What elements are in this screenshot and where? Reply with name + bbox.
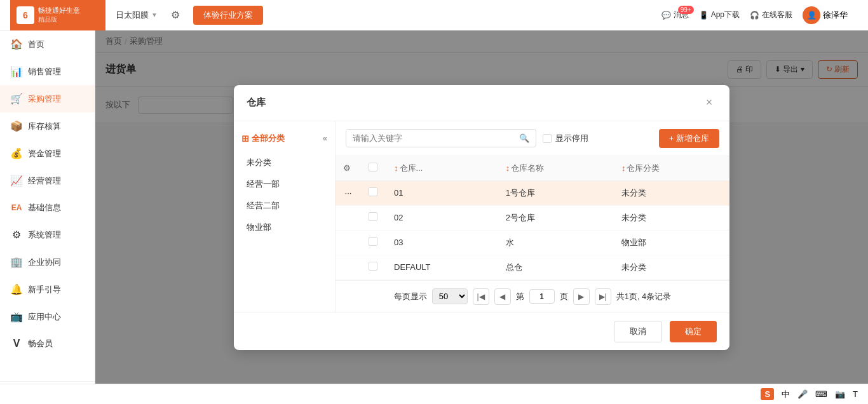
dept1-label: 经营一部 [247,179,280,189]
modal-overlay: 仓库 × ⊞ 全部分类 « [95,30,868,404]
home-icon: 🏠 [10,38,23,50]
sidebar-label-finance: 资金管理 [28,148,61,159]
chevron-down-icon: ▼ [151,11,158,18]
sidebar-item-purchase[interactable]: 🛒 采购管理 [0,85,95,112]
sidebar-item-sales[interactable]: 📊 销售管理 [0,58,95,85]
messages-button[interactable]: 💬 消息 99+ [661,10,689,20]
table-row[interactable]: ··· 01 1号仓库 未分类 [336,180,729,205]
bottom-bar: S 中 🎤 ⌨ 📷 T [0,384,868,404]
enterprise-icon: 🏢 [10,256,23,268]
modal-sidebar-item-property[interactable]: 物业部 [234,217,335,238]
service-label: 在线客服 [762,10,792,20]
sidebar-item-guide[interactable]: 🔔 新手引导 [0,276,95,303]
show-disabled-toggle[interactable]: 显示停用 [543,133,588,144]
modal-sidebar-item-uncategorized[interactable]: 未分类 [234,152,335,173]
prev-page-button[interactable]: ◀ [494,288,511,305]
try-industry-button[interactable]: 体验行业方案 [193,6,263,25]
user-avatar-area[interactable]: 👤 徐泽华 [803,6,848,24]
keyboard-icon[interactable]: ⌨ [815,389,827,399]
modal-sidebar-item-dept1[interactable]: 经营一部 [234,173,335,195]
row-checkbox-cell[interactable] [361,205,386,230]
collapse-sidebar-button[interactable]: « [323,133,327,143]
sidebar-item-operations[interactable]: 📈 经营管理 [0,167,95,194]
logo-icon: 6 [17,6,34,24]
add-warehouse-button[interactable]: + 新增仓库 [659,129,719,148]
modal-close-button[interactable]: × [702,95,717,111]
cancel-button[interactable]: 取消 [614,321,662,342]
sidebar-item-member[interactable]: V 畅会员 [0,330,95,357]
per-page-label: 每页显示 [394,291,427,302]
messages-badge: 99+ [678,6,694,14]
sidebar-item-app-center[interactable]: 📺 应用中心 [0,303,95,330]
mic-icon[interactable]: 🎤 [797,389,808,399]
sidebar-label-basic-info: 基础信息 [28,202,61,213]
row-2-checkbox[interactable] [369,212,377,221]
select-all-checkbox[interactable] [369,163,377,172]
row-category-cell: 未分类 [614,255,729,279]
sidebar-item-enterprise[interactable]: 🏢 企业协同 [0,248,95,276]
system-icon: ⚙ [10,229,23,241]
modal-sidebar-item-dept2[interactable]: 经营二部 [234,195,335,217]
col-check-header [361,156,386,181]
total-label: 共1页, 4条记录 [616,291,672,302]
property-label: 物业部 [247,222,271,232]
s-logo: S [761,388,774,400]
sidebar-item-system[interactable]: ⚙ 系统管理 [0,221,95,248]
modal-footer: 取消 确定 [234,313,729,350]
table-row[interactable]: 02 2号仓库 未分类 [336,205,729,230]
gear-col-icon: ⚙ [343,163,351,173]
row-checkbox-cell[interactable] [361,255,386,279]
sidebar-item-inventory[interactable]: 📦 库存核算 [0,112,95,140]
app-label: App下载 [711,10,740,20]
finance-icon: 💰 [10,147,23,159]
col-code-header: ↕仓库... [386,156,498,181]
sidebar-label-enterprise: 企业协同 [28,257,61,268]
show-disabled-checkbox[interactable] [543,134,552,143]
user-name: 徐泽华 [823,10,848,21]
text-icon[interactable]: T [853,389,858,399]
sidebar-label-sales: 销售管理 [28,66,61,77]
first-page-button[interactable]: |◀ [473,288,489,305]
chinese-input-label: 中 [782,389,790,400]
all-categories-label[interactable]: 全部分类 [252,133,285,144]
sidebar-label-member: 畅会员 [28,338,53,349]
per-page-select[interactable]: 50 100 200 [432,288,468,304]
warehouse-table-wrap: ⚙ ↕仓库... ↕仓库名称 ↕仓库分类 ··· [336,156,729,280]
store-selector[interactable]: 日太阳膜 ▼ [116,10,158,21]
gear-button[interactable]: ⚙ [165,5,186,25]
search-icon[interactable]: 🔍 [513,130,536,147]
camera-icon[interactable]: 📷 [835,389,845,399]
app-download-button[interactable]: 📱 App下载 [699,10,740,20]
row-code-cell: 03 [386,230,498,255]
row-name-cell: 总仓 [498,255,614,279]
last-page-button[interactable]: ▶| [595,288,611,305]
header-right: 💬 消息 99+ 📱 App下载 🎧 在线客服 👤 徐泽华 [661,6,858,24]
modal-header: 仓库 × [234,85,729,121]
warehouse-search-input[interactable] [346,130,513,147]
row-checkbox-cell[interactable] [361,230,386,255]
row-checkbox-cell[interactable] [361,180,386,205]
next-page-button[interactable]: ▶ [573,288,590,305]
row-1-checkbox[interactable] [369,187,377,196]
row-name-cell: 2号仓库 [498,205,614,230]
sidebar: 🏠 首页 📊 销售管理 🛒 采购管理 📦 库存核算 💰 资金管理 📈 经营管理 … [0,30,95,404]
member-icon: V [10,338,23,349]
table-row[interactable]: 03 水 物业部 [336,230,729,255]
store-name: 日太阳膜 [116,10,149,21]
online-service-button[interactable]: 🎧 在线客服 [750,10,792,20]
row-code-cell: 01 [386,180,498,205]
row-gear-cell [336,230,361,255]
page-number-input[interactable] [529,289,555,304]
sidebar-item-finance[interactable]: 💰 资金管理 [0,140,95,167]
sidebar-item-basic-info[interactable]: EA 基础信息 [0,194,95,221]
dept2-label: 经营二部 [247,201,280,210]
sidebar-item-home[interactable]: 🏠 首页 [0,30,95,58]
row-4-checkbox[interactable] [369,262,377,271]
table-row[interactable]: DEFAULT 总仓 未分类 [336,255,729,279]
uncategorized-label: 未分类 [247,158,271,167]
row-code-cell: 02 [386,205,498,230]
guide-icon: 🔔 [10,283,23,295]
confirm-button[interactable]: 确定 [670,321,717,342]
row-3-checkbox[interactable] [369,237,377,246]
sidebar-label-guide: 新手引导 [28,284,61,295]
